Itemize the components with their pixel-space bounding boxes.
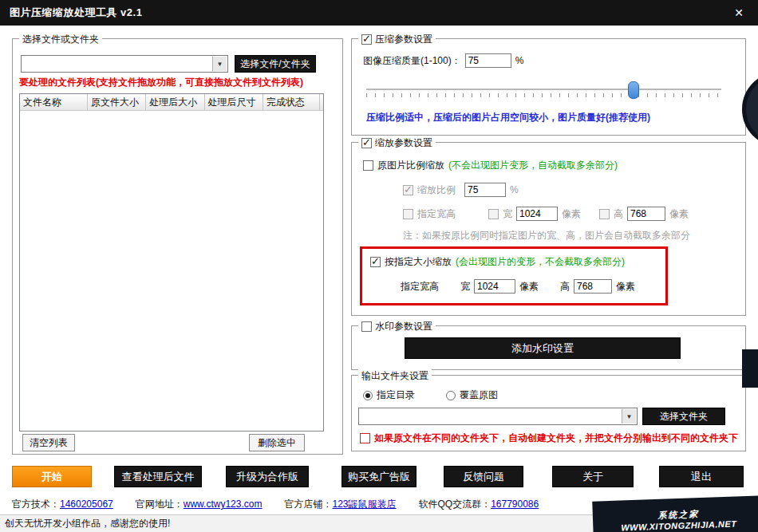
buy-ad-free-button[interactable]: 购买免广告版 [341, 466, 417, 487]
overwrite-label: 覆盖原图 [460, 388, 498, 402]
select-folder-button[interactable]: 选择文件夹 [642, 408, 725, 425]
fixed-height-input[interactable] [574, 279, 612, 294]
quality-slider-ticks [366, 93, 721, 97]
column-header-filename[interactable]: 文件名称 [20, 94, 88, 110]
fixed-width-px-label: 像素 [519, 280, 539, 294]
status-text: 创天无忧开发小组作品，感谢您的使用! [5, 517, 170, 530]
qq-link[interactable]: 167790086 [491, 499, 539, 510]
watermark-enable-checkbox[interactable] [361, 321, 372, 332]
file-list-hint: 要处理的文件列表(支持文件拖放功能，可直接拖放文件到文件列表) [19, 76, 303, 89]
column-header-newsize[interactable]: 处理后大小 [146, 94, 204, 110]
keep-ratio-note: (不会出现图片变形，自动截取多余部分) [448, 159, 618, 172]
fixed-wh-label: 指定宽高 [401, 280, 439, 294]
quality-label: 图像压缩质量(1-100)： [363, 54, 461, 68]
clear-list-button[interactable]: 清空列表 [22, 434, 75, 451]
file-path-input[interactable] [22, 56, 215, 72]
column-header-filler [320, 94, 323, 110]
start-button[interactable]: 开始 [12, 466, 92, 487]
width-label: 宽 [503, 207, 512, 221]
quality-slider-handle[interactable] [628, 81, 639, 99]
width-checkbox[interactable] [488, 209, 499, 219]
add-watermark-button[interactable]: 添加水印设置 [405, 337, 681, 359]
about-button[interactable]: 关于 [552, 466, 634, 487]
file-select-group: 选择文件或文件夹 ▼ 选择文件/文件夹 要处理的文件列表(支持文件拖放功能，可直… [12, 38, 343, 455]
ratio-input[interactable] [464, 183, 506, 197]
tech-label: 官方技术： [12, 499, 60, 510]
height-input[interactable] [627, 207, 665, 221]
overwrite-radio[interactable] [446, 391, 456, 400]
file-list-header: 文件名称 原文件大小 处理后大小 处理后尺寸 完成状态 [20, 94, 323, 111]
delete-selected-button[interactable]: 删除选中 [249, 434, 305, 451]
wh-checkbox[interactable] [403, 209, 413, 219]
output-group-title: 输出文件夹设置 [361, 369, 428, 383]
close-icon[interactable]: ✕ [729, 5, 748, 21]
watermark-site-url: WWW.XITONGZHIJIA.NET [621, 518, 737, 532]
ratio-percent-label: % [510, 184, 519, 195]
ratio-checkbox[interactable] [403, 185, 413, 195]
footer-links: 官方技术：1460205067 官网地址：www.ctwy123.com 官方店… [12, 498, 561, 511]
fixed-height-label: 高 [560, 280, 570, 294]
height-checkbox[interactable] [599, 209, 610, 219]
quality-slider[interactable] [366, 81, 721, 103]
titlebar: 图片压缩缩放处理工具 v2.1 ✕ [0, 0, 758, 26]
file-path-combobox[interactable]: ▼ [21, 55, 228, 73]
main-area: 选择文件或文件夹 ▼ 选择文件/文件夹 要处理的文件列表(支持文件拖放功能，可直… [0, 26, 758, 514]
watermark-ribbon: 系统之家 WWW.XITONGZHIJIA.NET [592, 495, 758, 532]
output-folder-input[interactable] [359, 408, 624, 424]
auto-create-folder-checkbox[interactable] [360, 433, 370, 443]
compress-enable-checkbox[interactable] [361, 34, 372, 45]
height-label: 高 [614, 207, 623, 221]
column-header-newdim[interactable]: 处理后尺寸 [205, 94, 263, 110]
file-list-table[interactable]: 文件名称 原文件大小 处理后大小 处理后尺寸 完成状态 [19, 93, 324, 432]
output-dir-radio[interactable] [363, 391, 373, 400]
upgrade-button[interactable]: 升级为合作版 [226, 466, 309, 487]
scale-group: 缩放参数设置 原图片比例缩放 (不会出现图片变形，自动截取多余部分) 缩放比例 … [351, 142, 746, 316]
feedback-button[interactable]: 反馈问题 [444, 466, 523, 487]
width-px-label: 像素 [562, 207, 581, 221]
quality-input[interactable] [465, 53, 511, 68]
fixed-size-note: (会出现图片的变形，不会截取多余部分) [456, 255, 625, 269]
fixed-height-px-label: 像素 [616, 280, 635, 294]
ratio-label: 缩放比例 [417, 183, 456, 197]
output-folder-dropdown-icon[interactable]: ▼ [622, 409, 636, 424]
fixed-size-label: 按指定大小缩放 [385, 255, 452, 269]
watermark-group: 水印参数设置 添加水印设置 [351, 325, 746, 370]
fixed-width-input[interactable] [474, 279, 515, 294]
output-dir-label: 指定目录 [377, 388, 415, 402]
height-px-label: 像素 [669, 207, 689, 221]
watermark-strip [742, 349, 758, 388]
view-processed-button[interactable]: 查看处理后文件 [114, 466, 202, 487]
width-input[interactable] [516, 207, 558, 221]
output-note: 如果原文件在不同的文件夹下，自动创建文件夹，并把文件分别输出到不同的文件夹下 [374, 432, 738, 445]
quality-slider-track[interactable] [366, 89, 721, 90]
compress-note: 压缩比例适中，压缩后的图片占用空间较小，图片质量好(推荐使用) [366, 111, 650, 124]
tech-link[interactable]: 1460205067 [60, 499, 113, 510]
quality-percent-label: % [515, 55, 524, 66]
site-label: 官网地址： [136, 499, 184, 510]
compress-group: 压缩参数设置 图像压缩质量(1-100)： % 压缩比例适中，压缩后的图片占用空… [351, 38, 746, 136]
scale-note: 注：如果按原比例同时指定图片的宽、高，图片会自动截取多余部分 [403, 229, 690, 242]
column-header-origsize[interactable]: 原文件大小 [88, 94, 146, 110]
scale-group-title: 缩放参数设置 [375, 136, 432, 150]
fixed-size-highlight-box: 按指定大小缩放 (会出现图片的变形，不会截取多余部分) 指定宽高 宽 像素 高 … [360, 246, 668, 305]
select-files-button[interactable]: 选择文件/文件夹 [235, 55, 316, 73]
watermark-group-title: 水印参数设置 [375, 320, 432, 333]
file-select-group-title: 选择文件或文件夹 [22, 33, 99, 46]
wh-label: 指定宽高 [417, 207, 456, 221]
window-title: 图片压缩缩放处理工具 v2.1 [10, 6, 142, 20]
column-header-status[interactable]: 完成状态 [263, 94, 320, 110]
output-group: 输出文件夹设置 指定目录 覆盖原图 ▼ 选择文件夹 如果原文件在不同的文件夹下，… [351, 375, 746, 451]
file-list-body[interactable] [20, 111, 323, 432]
file-path-dropdown-icon[interactable]: ▼ [212, 57, 227, 71]
keep-ratio-label: 原图片比例缩放 [377, 159, 444, 172]
shop-link[interactable]: 123鼹鼠服装店 [332, 499, 396, 510]
shop-label: 官方店铺： [284, 499, 332, 510]
site-link[interactable]: www.ctwy123.com [184, 499, 263, 510]
keep-ratio-checkbox[interactable] [363, 160, 373, 171]
fixed-size-checkbox[interactable] [370, 257, 381, 267]
qq-label: 软件QQ交流群： [418, 499, 491, 510]
exit-button[interactable]: 退出 [659, 466, 744, 487]
scale-enable-checkbox[interactable] [361, 138, 372, 148]
compress-group-title: 压缩参数设置 [375, 33, 432, 46]
output-folder-combobox[interactable]: ▼ [358, 408, 638, 425]
